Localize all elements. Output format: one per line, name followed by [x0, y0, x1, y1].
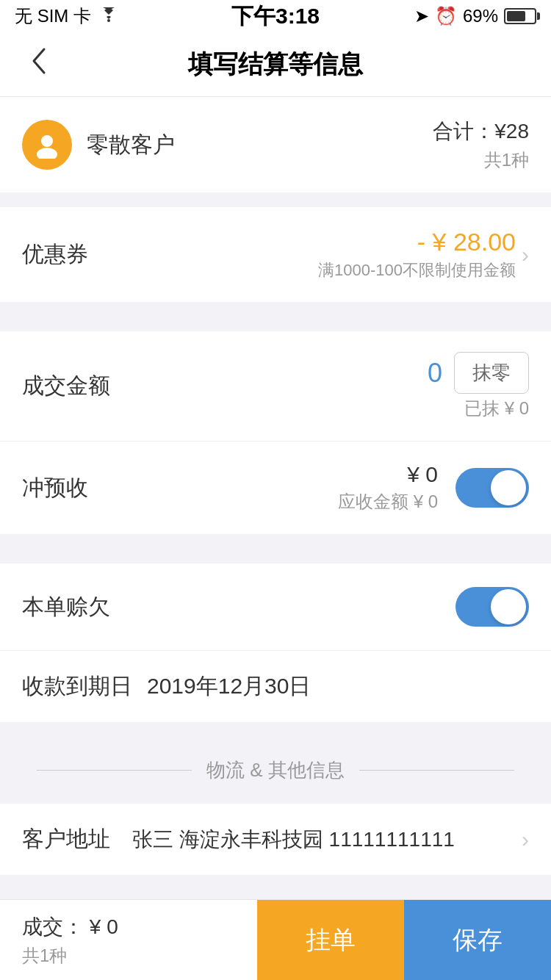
- prepaid-row: 冲预收 ¥ 0 应收金额 ¥ 0: [0, 442, 551, 534]
- back-button[interactable]: [22, 39, 54, 90]
- debt-section: 本单赊欠 收款到期日 2019年12月30日: [0, 563, 551, 722]
- duedate-row: 收款到期日 2019年12月30日: [0, 651, 551, 722]
- customer-left: 零散客户: [22, 120, 175, 170]
- status-time: 下午3:18: [231, 1, 320, 32]
- address-value: 张三 海淀永丰科技园 11111111111: [132, 826, 516, 854]
- debt-row: 本单赊欠: [0, 563, 551, 650]
- carrier-text: 无 SIM 卡: [15, 4, 91, 28]
- status-right: ➤ ⏰ 69%: [414, 6, 536, 26]
- address-arrow-icon: ›: [522, 827, 529, 852]
- deal-amount-row: 成交金额 0 抹零 已抹 ¥ 0: [0, 331, 551, 442]
- hold-button[interactable]: 挂单: [257, 900, 404, 981]
- bottom-info: 成交： ¥ 0 共1种: [0, 913, 257, 968]
- bottom-deal-amount: ¥ 0: [90, 915, 118, 938]
- alarm-icon: ⏰: [435, 6, 457, 26]
- total-amount: 合计：¥28: [433, 118, 529, 145]
- bottom-deal-label: 成交：: [22, 915, 84, 938]
- prepaid-toggle-knob: [491, 470, 526, 505]
- customer-section: 零散客户 合计：¥28 共1种: [0, 97, 551, 192]
- prepaid-sub-amount: 应收金额 ¥ 0: [338, 490, 438, 514]
- section-separator-1: [0, 317, 551, 331]
- prepaid-right: ¥ 0 应收金额 ¥ 0: [338, 462, 529, 514]
- round-off-button[interactable]: 抹零: [454, 352, 529, 394]
- section-separator-2: [0, 549, 551, 563]
- address-section: 客户地址 张三 海淀永丰科技园 11111111111 ›: [0, 804, 551, 875]
- coupon-section: 优惠券 - ¥ 28.00 满1000-100不限制使用金额 ›: [0, 207, 551, 302]
- total-count: 共1种: [433, 148, 529, 172]
- debt-label: 本单赊欠: [22, 592, 110, 622]
- prepaid-main-amount: ¥ 0: [338, 462, 438, 487]
- address-row[interactable]: 客户地址 张三 海淀永丰科技园 11111111111 ›: [0, 804, 551, 875]
- customer-right: 合计：¥28 共1种: [433, 118, 529, 172]
- location-icon: ➤: [414, 6, 429, 26]
- prepaid-label: 冲预收: [22, 473, 88, 503]
- battery-icon: [504, 8, 536, 24]
- prepaid-toggle[interactable]: [455, 468, 529, 508]
- logistics-header: 物流 & 其他信息: [0, 737, 551, 804]
- bottom-deal-text: 成交： ¥ 0: [22, 913, 235, 941]
- coupon-arrow-icon: ›: [522, 242, 529, 267]
- status-bar: 无 SIM 卡 下午3:18 ➤ ⏰ 69%: [0, 0, 551, 32]
- nav-bar: 填写结算等信息: [0, 32, 551, 97]
- wifi-icon: [98, 6, 119, 26]
- address-label: 客户地址: [22, 824, 110, 854]
- customer-row: 零散客户 合计：¥28 共1种: [0, 97, 551, 192]
- deal-amount-value[interactable]: 0: [354, 358, 442, 389]
- coupon-discount: - ¥ 28.00: [318, 228, 516, 256]
- save-button[interactable]: 保存: [404, 900, 551, 981]
- customer-avatar: [22, 120, 72, 170]
- svg-point-2: [37, 148, 57, 159]
- debt-toggle-knob: [491, 589, 526, 624]
- bottom-bar: 成交： ¥ 0 共1种 挂单 保存: [0, 899, 551, 980]
- debt-toggle[interactable]: [455, 587, 529, 627]
- coupon-right: - ¥ 28.00 满1000-100不限制使用金额: [318, 228, 516, 281]
- svg-point-0: [107, 19, 110, 22]
- coupon-label: 优惠券: [22, 239, 88, 270]
- svg-point-1: [41, 135, 53, 147]
- customer-name: 零散客户: [87, 130, 175, 160]
- coupon-description: 满1000-100不限制使用金额: [318, 259, 516, 281]
- content-area: 零散客户 合计：¥28 共1种 优惠券 - ¥ 28.00 满1000-100不…: [0, 97, 551, 978]
- battery-percent: 69%: [463, 6, 498, 26]
- duedate-label: 收款到期日: [22, 671, 132, 702]
- deal-amount-label: 成交金额: [22, 371, 110, 401]
- deal-amount-sub: 已抹 ¥ 0: [354, 397, 529, 420]
- status-left: 无 SIM 卡: [15, 4, 119, 28]
- prepaid-amounts: ¥ 0 应收金额 ¥ 0: [338, 462, 438, 514]
- duedate-value: 2019年12月30日: [147, 671, 311, 702]
- page-title: 填写结算等信息: [188, 48, 363, 82]
- deal-prepaid-section: 成交金额 0 抹零 已抹 ¥ 0 冲预收 ¥ 0 应收金额 ¥ 0: [0, 331, 551, 534]
- coupon-row[interactable]: 优惠券 - ¥ 28.00 满1000-100不限制使用金额 ›: [0, 207, 551, 302]
- bottom-count: 共1种: [22, 944, 235, 968]
- logistics-title: 物流 & 其他信息: [206, 757, 345, 783]
